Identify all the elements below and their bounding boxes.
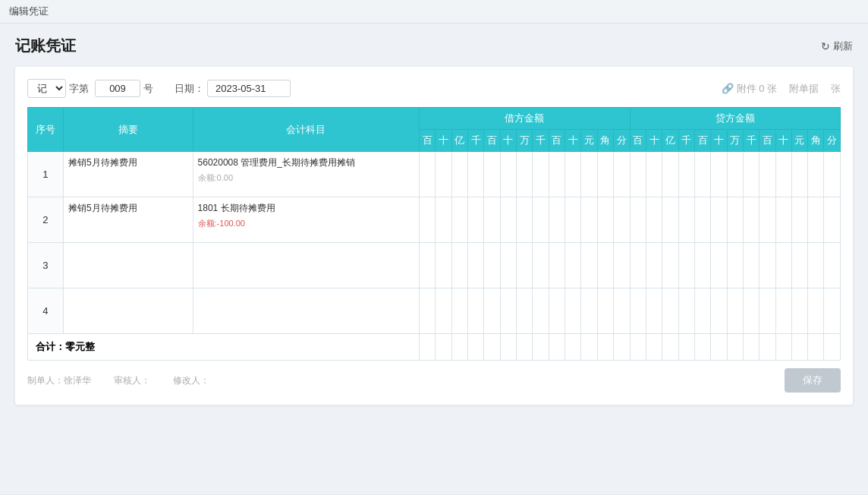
credit-digit-10[interactable] (775, 197, 791, 243)
credit-digit-11[interactable] (791, 197, 807, 243)
debit-digit-5[interactable] (484, 243, 500, 288)
credit-digit-1[interactable] (630, 152, 646, 197)
voucher-number-input[interactable] (95, 80, 140, 97)
debit-digit-8[interactable] (533, 152, 549, 197)
debit-digit-10[interactable] (565, 197, 581, 243)
credit-digit-4[interactable] (678, 243, 694, 288)
debit-digit-10[interactable] (565, 152, 581, 197)
credit-digit-10[interactable] (775, 243, 791, 288)
debit-digit-8[interactable] (533, 243, 549, 288)
credit-digit-10[interactable] (775, 152, 791, 197)
debit-digit-9[interactable] (549, 243, 565, 288)
summary-cell[interactable] (63, 288, 193, 334)
credit-digit-12[interactable] (808, 197, 824, 243)
credit-digit-7[interactable] (727, 243, 743, 288)
credit-digit-9[interactable] (760, 197, 775, 243)
credit-digit-13[interactable] (824, 197, 841, 243)
debit-digit-13[interactable] (614, 243, 630, 288)
debit-digit-2[interactable] (436, 288, 451, 334)
debit-digit-5[interactable] (484, 197, 500, 243)
debit-digit-6[interactable] (500, 152, 516, 197)
debit-digit-8[interactable] (533, 288, 549, 334)
debit-digit-11[interactable] (581, 197, 597, 243)
debit-digit-13[interactable] (614, 288, 630, 334)
credit-digit-13[interactable] (824, 152, 841, 197)
debit-digit-3[interactable] (451, 243, 467, 288)
debit-digit-12[interactable] (597, 243, 613, 288)
summary-cell[interactable]: 摊销5月待摊费用 (63, 152, 193, 197)
refresh-button[interactable]: ↻ 刷新 (821, 39, 853, 53)
date-input[interactable] (207, 80, 291, 97)
credit-digit-2[interactable] (646, 152, 662, 197)
debit-digit-7[interactable] (517, 288, 533, 334)
attachment-link[interactable]: 🔗 附件 0 张 (722, 82, 777, 96)
credit-digit-4[interactable] (678, 152, 694, 197)
debit-digit-13[interactable] (614, 152, 630, 197)
debit-digit-1[interactable] (420, 243, 436, 288)
credit-digit-8[interactable] (743, 243, 759, 288)
credit-digit-8[interactable] (743, 197, 759, 243)
credit-digit-11[interactable] (791, 288, 807, 334)
debit-digit-6[interactable] (500, 288, 516, 334)
credit-digit-13[interactable] (824, 288, 841, 334)
credit-digit-1[interactable] (630, 197, 646, 243)
debit-digit-5[interactable] (484, 152, 500, 197)
credit-digit-11[interactable] (791, 152, 807, 197)
debit-digit-11[interactable] (581, 243, 597, 288)
debit-digit-6[interactable] (500, 243, 516, 288)
debit-digit-9[interactable] (549, 288, 565, 334)
credit-digit-2[interactable] (646, 197, 662, 243)
debit-digit-9[interactable] (549, 197, 565, 243)
account-cell[interactable] (193, 243, 420, 288)
credit-digit-7[interactable] (727, 152, 743, 197)
summary-cell[interactable]: 摊销5月待摊费用 (63, 197, 193, 243)
credit-digit-11[interactable] (791, 243, 807, 288)
credit-digit-9[interactable] (760, 288, 775, 334)
credit-digit-1[interactable] (630, 288, 646, 334)
debit-digit-7[interactable] (517, 197, 533, 243)
credit-digit-9[interactable] (760, 152, 775, 197)
credit-digit-3[interactable] (662, 243, 678, 288)
credit-digit-5[interactable] (694, 288, 710, 334)
account-cell[interactable]: 56020008 管理费用_长期待摊费用摊销余额:0.00 (193, 152, 420, 197)
credit-digit-13[interactable] (824, 243, 841, 288)
credit-digit-12[interactable] (808, 243, 824, 288)
credit-digit-6[interactable] (711, 288, 727, 334)
debit-digit-11[interactable] (581, 288, 597, 334)
debit-digit-12[interactable] (597, 197, 613, 243)
summary-cell[interactable] (63, 243, 193, 288)
credit-digit-2[interactable] (646, 243, 662, 288)
debit-digit-1[interactable] (420, 197, 436, 243)
debit-digit-12[interactable] (597, 288, 613, 334)
credit-digit-7[interactable] (727, 288, 743, 334)
debit-digit-7[interactable] (517, 152, 533, 197)
credit-digit-3[interactable] (662, 288, 678, 334)
credit-digit-6[interactable] (711, 197, 727, 243)
voucher-type-select[interactable]: 记 收 付 转 (27, 79, 66, 98)
debit-digit-8[interactable] (533, 197, 549, 243)
credit-digit-3[interactable] (662, 152, 678, 197)
credit-digit-12[interactable] (808, 152, 824, 197)
debit-digit-5[interactable] (484, 288, 500, 334)
save-button[interactable]: 保存 (785, 368, 841, 393)
credit-digit-9[interactable] (760, 243, 775, 288)
credit-digit-5[interactable] (694, 243, 710, 288)
debit-digit-10[interactable] (565, 243, 581, 288)
debit-digit-7[interactable] (517, 243, 533, 288)
debit-digit-3[interactable] (451, 152, 467, 197)
credit-digit-5[interactable] (694, 152, 710, 197)
credit-digit-5[interactable] (694, 197, 710, 243)
debit-digit-4[interactable] (468, 197, 484, 243)
debit-digit-1[interactable] (420, 152, 436, 197)
credit-digit-12[interactable] (808, 288, 824, 334)
debit-digit-4[interactable] (468, 243, 484, 288)
debit-digit-4[interactable] (468, 152, 484, 197)
credit-digit-1[interactable] (630, 243, 646, 288)
debit-digit-6[interactable] (500, 197, 516, 243)
debit-digit-1[interactable] (420, 288, 436, 334)
credit-digit-2[interactable] (646, 288, 662, 334)
credit-digit-8[interactable] (743, 152, 759, 197)
debit-digit-2[interactable] (436, 152, 451, 197)
debit-digit-4[interactable] (468, 288, 484, 334)
debit-digit-11[interactable] (581, 152, 597, 197)
